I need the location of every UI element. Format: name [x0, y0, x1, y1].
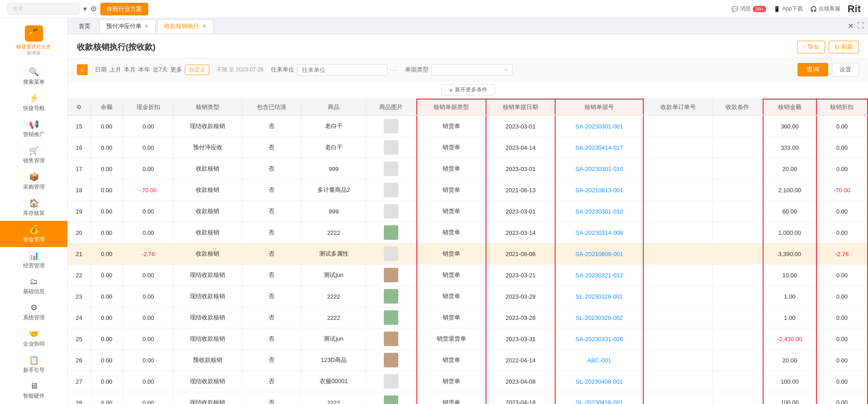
th-cash-discount: 现金折扣: [123, 99, 174, 115]
cell-writeoff-doc-no[interactable]: SA-20230314-008: [555, 222, 643, 243]
cell-writeoff-discount: 0.00: [816, 201, 868, 222]
cell-writeoff-doc-no[interactable]: SA-20230301-010: [555, 158, 643, 180]
cell-idx: 24: [68, 307, 90, 328]
tab-home[interactable]: 首页: [71, 19, 98, 33]
sidebar-item-quick[interactable]: ⚡ 快捷导航: [0, 90, 67, 116]
sidebar-item-label: 新手引导: [23, 366, 45, 374]
page-title: 收款核销执行(按收款): [77, 42, 156, 52]
th-writeoff-amount: 核销金额: [763, 99, 816, 115]
sidebar-item-inventory[interactable]: 🏠 库存核算: [0, 195, 67, 221]
last-month-link[interactable]: 上月: [109, 66, 121, 74]
cell-writeoff-amount: 10.00: [763, 265, 816, 286]
filter-toggle-button[interactable]: »: [77, 64, 88, 75]
more-link[interactable]: 更多: [170, 66, 182, 74]
cell-writeoff-discount: 0.00: [816, 307, 868, 328]
message-area[interactable]: 💬 消息 99+: [731, 5, 767, 13]
tab-prepay[interactable]: 预付冲应付单 ✕: [99, 19, 156, 33]
settings-button[interactable]: 设置: [832, 63, 859, 76]
cell-product: 多计量商品2: [302, 180, 366, 201]
sidebar-item-purchase[interactable]: 📦 采购管理: [0, 168, 67, 195]
gear-icon[interactable]: ⚙: [90, 5, 97, 13]
maximize-icon[interactable]: ⛶: [857, 22, 864, 30]
writeoff-doc-link[interactable]: SL-20230328-002: [576, 314, 623, 321]
cell-idx: 15: [68, 115, 90, 137]
writeoff-doc-link[interactable]: SA-20230301-010: [576, 166, 623, 172]
cell-writeoff-doc-no[interactable]: SA-20230321-012: [555, 265, 643, 286]
solution-button[interactable]: 休验行业方案: [100, 3, 148, 15]
tab-receipt[interactable]: 收款核销执行 ✕: [157, 19, 213, 33]
cell-writeoff-doc-no[interactable]: SA-20230301-001: [555, 115, 643, 137]
writeoff-doc-link[interactable]: ABC-001: [587, 357, 611, 364]
doctype-select[interactable]: [431, 64, 513, 76]
writeoff-doc-link[interactable]: SA-20210813-001: [576, 187, 623, 194]
th-settings[interactable]: ⚙: [68, 99, 90, 115]
logo-sub: 标准版: [27, 50, 41, 56]
cell-writeoff-doc-no[interactable]: SA-20230331-026: [555, 328, 643, 350]
cell-writeoff-doc-no[interactable]: SA-20230301-010: [555, 201, 643, 222]
cell-balance: 0.00: [90, 158, 123, 180]
search-box[interactable]: 搜索...: [7, 3, 80, 14]
writeoff-doc-link[interactable]: SL-20230328-001: [576, 293, 623, 300]
writeoff-doc-link[interactable]: SA-20230301-001: [576, 123, 623, 130]
cell-writeoff-discount: 0.00: [816, 328, 868, 350]
tab-prepay-close[interactable]: ✕: [144, 23, 149, 29]
sidebar-item-hardware[interactable]: 🖥 智能硬件: [0, 378, 67, 404]
writeoff-doc-link[interactable]: SA-20230321-012: [576, 272, 623, 279]
cell-product-img: [366, 201, 416, 222]
expand-button[interactable]: ∨ 展开更多条件: [441, 84, 495, 95]
product-image: [384, 247, 398, 261]
logo-text: 畅捷通谱好生意: [16, 43, 51, 50]
writeoff-doc-link[interactable]: SA-20230301-010: [576, 208, 623, 215]
close-window-icon[interactable]: ✕: [848, 22, 854, 30]
chevron-down-icon[interactable]: ▾: [83, 5, 87, 13]
writeoff-doc-link[interactable]: SA-20230314-008: [576, 229, 623, 236]
cell-writeoff-amount: 100.00: [763, 392, 816, 404]
last7days-link[interactable]: 近7天: [153, 66, 168, 74]
cell-writeoff-doc-no[interactable]: SA-20210808-001: [555, 243, 643, 265]
sidebar-item-search[interactable]: 🔍 搜索菜单: [0, 63, 67, 90]
cell-writeoff-doc-no[interactable]: SL-20230328-002: [555, 307, 643, 328]
cell-balance: 0.00: [90, 222, 123, 243]
cell-cash-discount: 0.00: [123, 307, 174, 328]
cell-writeoff-doc-date: 2023-03-01: [486, 201, 555, 222]
cell-idx: 18: [68, 180, 90, 201]
product-image: [384, 204, 398, 219]
writeoff-doc-link[interactable]: SL-20230418-001: [576, 399, 623, 404]
sidebar-item-marketing[interactable]: 📢 营销推广: [0, 116, 67, 142]
writeoff-doc-link[interactable]: SA-20230331-026: [576, 336, 623, 342]
tab-receipt-close[interactable]: ✕: [202, 23, 207, 29]
expand-row: ∨ 展开更多条件: [68, 81, 868, 99]
query-button[interactable]: 查询: [797, 63, 828, 76]
app-download[interactable]: 📱 App下载: [774, 5, 802, 13]
writeoff-doc-link[interactable]: SA-20210808-001: [576, 251, 623, 257]
cell-writeoff-doc-no[interactable]: SA-20210813-001: [555, 180, 643, 201]
sidebar-item-system[interactable]: ⚙ 系统管理: [0, 299, 67, 325]
sidebar-item-basic[interactable]: 🗂 基础信息: [0, 273, 67, 299]
cell-writeoff-doc-no[interactable]: SL-20230328-001: [555, 286, 643, 307]
cell-product: 2222: [302, 307, 366, 328]
writeoff-doc-link[interactable]: SL-20230408-001: [576, 378, 623, 385]
sidebar-item-sales[interactable]: 🛒 销售管理: [0, 142, 67, 168]
refresh-button[interactable]: ↻ 刷新: [829, 41, 859, 53]
sidebar-item-finance[interactable]: 💰 资金管理: [0, 221, 67, 247]
cell-writeoff-doc-no[interactable]: SL-20230408-001: [555, 371, 643, 392]
sidebar-item-guide[interactable]: 📋 新手引导: [0, 352, 67, 378]
partner-input[interactable]: [297, 64, 387, 76]
user-name[interactable]: Rit: [848, 3, 861, 15]
export-button[interactable]: ↑ 导出: [797, 41, 826, 53]
cell-writeoff-doc-no[interactable]: ABC-001: [555, 350, 643, 371]
cell-balance: 0.00: [90, 115, 123, 137]
cell-writeoff-type: 现结收款核销: [174, 328, 242, 350]
this-year-link[interactable]: 本年: [138, 66, 150, 74]
doctype-label: 单据类型: [405, 66, 429, 74]
sidebar-item-enterprise[interactable]: 🤝 企业协同: [0, 325, 67, 352]
cell-writeoff-doc-no[interactable]: SL-20230418-001: [555, 392, 643, 404]
cell-writeoff-amount: 3,390.00: [763, 243, 816, 265]
tab-prepay-label: 预付冲应付单: [106, 22, 142, 30]
this-month-link[interactable]: 本月: [124, 66, 136, 74]
cell-writeoff-doc-no[interactable]: SA-20230414-017: [555, 137, 643, 158]
online-service[interactable]: 🎧 在线客服: [810, 5, 840, 13]
custom-date-button[interactable]: 自定义: [185, 65, 209, 75]
sidebar-item-operation[interactable]: 📊 经营管理: [0, 247, 67, 273]
writeoff-doc-link[interactable]: SA-20230414-017: [576, 144, 623, 151]
